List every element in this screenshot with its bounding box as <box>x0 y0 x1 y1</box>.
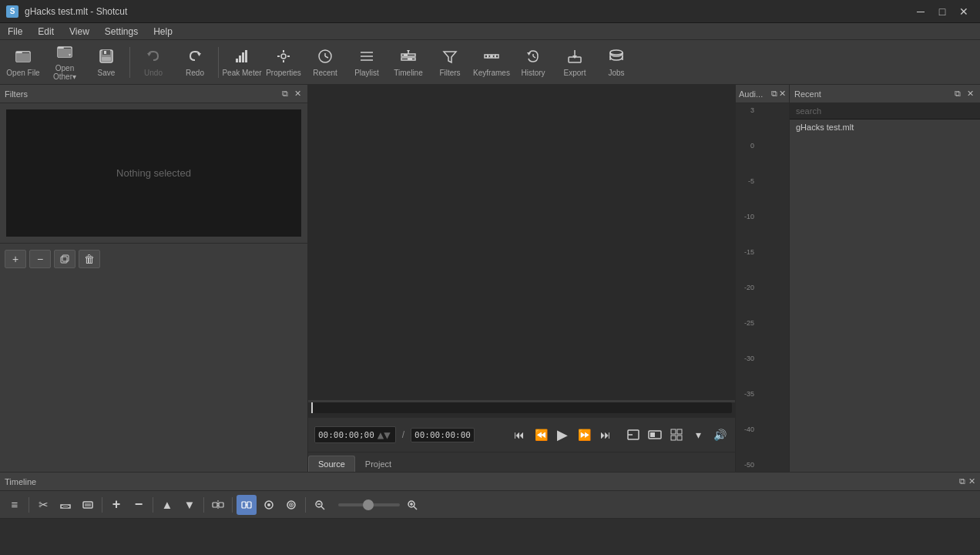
total-timecode: 00:00:00:00 <box>411 428 475 442</box>
step-forward-button[interactable]: ⏩ <box>575 426 593 444</box>
content-row: Filters ⧉ ✕ Nothing selected + − 🗑 <box>0 85 980 472</box>
svg-marker-11 <box>147 53 151 56</box>
scrubber-track[interactable] <box>311 402 732 413</box>
menu-file[interactable]: File <box>0 23 30 40</box>
svg-rect-59 <box>63 505 68 508</box>
timeline-overwrite-button[interactable] <box>78 495 98 515</box>
undo-button[interactable]: Undo <box>133 42 173 82</box>
go-to-start-button[interactable]: ⏮ <box>510 426 529 444</box>
window-controls[interactable]: ─ □ ✕ <box>911 4 974 19</box>
timeline-lift-button[interactable] <box>55 495 76 515</box>
step-back-button[interactable]: ⏪ <box>532 426 550 444</box>
recent-button[interactable]: Recent <box>305 42 345 82</box>
timeline-remove-button[interactable]: − <box>129 495 149 515</box>
recent-search-input[interactable] <box>790 103 980 119</box>
filter-remove-button[interactable]: − <box>29 250 51 268</box>
timeline-up-button[interactable]: ▲ <box>157 495 177 515</box>
filters-panel-icons: ⧉ ✕ <box>280 89 303 99</box>
playlist-button[interactable]: Playlist <box>347 42 387 82</box>
open-other-button[interactable]: Open Other▾ <box>45 42 85 82</box>
recent-icon <box>317 48 334 67</box>
export-button[interactable]: Export <box>555 42 595 82</box>
tl-sep-5 <box>232 497 233 513</box>
keyframes-button[interactable]: Keyframes <box>472 42 512 82</box>
timeline-button[interactable]: Timeline <box>388 42 428 82</box>
recent-file-item[interactable]: gHacks test.mlt <box>790 119 980 135</box>
filter-copy-button[interactable] <box>54 250 76 268</box>
svg-point-38 <box>490 55 493 58</box>
maximize-button[interactable]: □ <box>932 4 952 19</box>
zoom-slider-thumb[interactable] <box>363 500 374 510</box>
minimize-button[interactable]: ─ <box>911 4 931 19</box>
zoom-in-button[interactable] <box>402 495 422 515</box>
source-project-tabs: Source Project <box>308 452 735 472</box>
play-pause-button[interactable]: ▶ <box>553 426 572 444</box>
save-label: Save <box>98 69 116 77</box>
go-to-end-button[interactable]: ⏭ <box>596 426 615 444</box>
recent-panel: Recent ⧉ ✕ gHacks test.mlt <box>789 85 980 472</box>
in-point-button[interactable] <box>624 426 643 444</box>
project-tab[interactable]: Project <box>355 456 401 472</box>
audio-float-icon[interactable]: ⧉ <box>771 89 777 99</box>
peak-meter-label: Peak Meter <box>222 69 261 77</box>
properties-button[interactable]: Properties <box>263 42 304 82</box>
timeline-down-button[interactable]: ▼ <box>180 495 200 515</box>
tl-sep-3 <box>153 497 153 513</box>
toolbar-sep-2 <box>218 47 219 78</box>
filters-float-icon[interactable]: ⧉ <box>280 89 290 99</box>
menu-edit[interactable]: Edit <box>30 23 62 40</box>
recent-header-icons: ⧉ ✕ <box>953 89 975 99</box>
player-timeline[interactable] <box>308 402 735 418</box>
playhead <box>311 402 313 413</box>
timeline-add-button[interactable]: + <box>106 495 126 515</box>
volume-button[interactable]: 🔊 <box>710 426 729 444</box>
svg-rect-28 <box>401 54 415 56</box>
filter-add-button[interactable]: + <box>5 250 26 268</box>
open-file-button[interactable]: Open File <box>3 42 43 82</box>
menu-settings[interactable]: Settings <box>97 23 146 40</box>
menu-view[interactable]: View <box>62 23 97 40</box>
menu-help[interactable]: Help <box>146 23 180 40</box>
timeline-split-button[interactable] <box>208 495 228 515</box>
close-button[interactable]: ✕ <box>954 4 974 19</box>
timeline-snap-button[interactable] <box>237 495 257 515</box>
timeline-ripple-all-button[interactable] <box>281 495 301 515</box>
save-button[interactable]: Save <box>86 42 126 82</box>
audio-close-icon[interactable]: ✕ <box>779 89 786 99</box>
timeline-header-icons: ⧉ ✕ <box>959 476 975 486</box>
filter-delete-button[interactable]: 🗑 <box>79 250 100 268</box>
source-tab[interactable]: Source <box>308 456 355 472</box>
history-button[interactable]: History <box>513 42 553 82</box>
grid-button[interactable] <box>667 426 686 444</box>
svg-point-69 <box>267 503 270 506</box>
timeline-ripple-button[interactable] <box>259 495 279 515</box>
timeline-close-icon[interactable]: ✕ <box>968 476 975 486</box>
current-time-value: 00:00:00;00 <box>318 430 374 440</box>
view-options-button[interactable] <box>646 426 664 444</box>
svg-rect-57 <box>677 436 682 440</box>
timeline-menu-button[interactable]: ≡ <box>5 495 25 515</box>
redo-button[interactable]: Redo <box>175 42 215 82</box>
open-other-icon <box>56 43 73 62</box>
zoom-out-button[interactable] <box>310 495 330 515</box>
toolbar: Open File Open Other▾ Save <box>0 40 980 85</box>
title-bar-left: S gHacks test.mlt - Shotcut <box>6 5 127 18</box>
current-timecode[interactable]: 00:00:00;00 ▲▼ <box>314 426 396 443</box>
audio-content: 3 0 -5 -10 -15 -20 -25 -30 -35 -40 -50 <box>736 103 789 472</box>
peak-meter-button[interactable]: Peak Meter <box>222 42 262 82</box>
zoom-slider[interactable] <box>338 503 400 506</box>
grid-dropdown-button[interactable]: ▾ <box>689 426 707 444</box>
jobs-button[interactable]: Jobs <box>596 42 636 82</box>
timeline-content <box>0 519 980 555</box>
svg-line-41 <box>533 56 535 58</box>
filters-button[interactable]: Filters <box>430 42 470 82</box>
open-file-icon <box>15 48 32 67</box>
timeline-float-icon[interactable]: ⧉ <box>959 476 965 486</box>
timeline-scissors-button[interactable]: ✂ <box>33 495 53 515</box>
filter-preview: Nothing selected <box>6 109 301 237</box>
filters-close-icon[interactable]: ✕ <box>293 89 303 99</box>
svg-rect-56 <box>671 436 676 440</box>
filters-panel: Filters ⧉ ✕ Nothing selected + − 🗑 <box>0 85 308 472</box>
recent-close-icon[interactable]: ✕ <box>965 89 975 99</box>
recent-float-icon[interactable]: ⧉ <box>953 89 962 99</box>
